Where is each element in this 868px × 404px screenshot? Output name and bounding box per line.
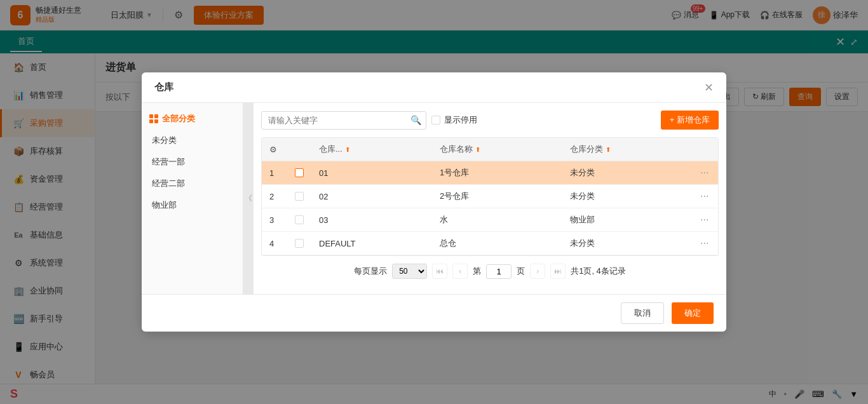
row-code: 01 xyxy=(311,161,432,185)
collapse-icon: 《 xyxy=(245,193,252,204)
first-page-button[interactable]: ⏮ xyxy=(432,264,447,279)
row-name: 水 xyxy=(432,208,562,232)
table-row[interactable]: 1 01 1号仓库 未分类 ··· xyxy=(262,161,718,185)
modal-overlay: 仓库 ✕ 全部分类 未分类 经营一部 经营二部 物业部 《 xyxy=(0,0,868,404)
table-row[interactable]: 3 03 水 物业部 ··· xyxy=(262,208,718,232)
row-checkbox[interactable] xyxy=(287,161,311,185)
page-word: 第 xyxy=(473,266,481,277)
per-page-select[interactable]: 50 100 xyxy=(392,264,427,279)
search-icon[interactable]: 🔍 xyxy=(410,115,421,125)
row-checkbox[interactable] xyxy=(287,232,311,255)
dialog-title: 仓库 xyxy=(154,81,704,93)
all-categories[interactable]: 全部分类 xyxy=(142,108,243,130)
row-name: 1号仓库 xyxy=(432,161,562,185)
dialog-main: 🔍 显示停用 + 新增仓库 ⚙ xyxy=(254,103,726,294)
sort-icon-category: ⬆ xyxy=(606,146,611,153)
next-page-button[interactable]: › xyxy=(530,264,545,279)
row-index: 4 xyxy=(262,232,287,255)
row-category: 物业部 xyxy=(562,208,693,232)
search-input-wrap: 🔍 xyxy=(261,111,426,130)
confirm-button[interactable]: 确定 xyxy=(672,302,714,324)
cat-item-unclassified[interactable]: 未分类 xyxy=(142,130,243,151)
row-index: 2 xyxy=(262,185,287,208)
row-name: 2号仓库 xyxy=(432,185,562,208)
col-code: 仓库... ⬆ xyxy=(311,138,432,161)
row-checkbox[interactable] xyxy=(287,185,311,208)
row-code: DEFAULT xyxy=(311,232,432,255)
row-index: 3 xyxy=(262,208,287,232)
category-sidebar: 全部分类 未分类 经营一部 经营二部 物业部 xyxy=(142,103,243,294)
warehouse-dialog: 仓库 ✕ 全部分类 未分类 经营一部 经营二部 物业部 《 xyxy=(142,72,726,332)
row-code: 03 xyxy=(311,208,432,232)
last-page-button[interactable]: ⏭ xyxy=(550,264,566,279)
cancel-button[interactable]: 取消 xyxy=(621,302,664,324)
col-check xyxy=(287,138,311,161)
cat-item-dept2[interactable]: 经营二部 xyxy=(142,173,243,194)
table-row[interactable]: 4 DEFAULT 总仓 未分类 ··· xyxy=(262,232,718,255)
dialog-body: 全部分类 未分类 经营一部 经营二部 物业部 《 🔍 xyxy=(142,103,726,294)
sort-icon-code: ⬆ xyxy=(345,146,350,153)
col-name-label: 仓库名称 xyxy=(440,144,473,155)
page-label: 页 xyxy=(517,266,525,277)
search-bar: 🔍 显示停用 + 新增仓库 xyxy=(261,111,719,130)
col-gear: ⚙ xyxy=(262,138,287,161)
total-label: 共1页, 4条记录 xyxy=(571,266,626,277)
row-more[interactable]: ··· xyxy=(693,185,718,208)
dialog-footer: 取消 确定 xyxy=(142,294,726,332)
pagination: 每页显示 50 100 ⏮ ‹ 第 页 › ⏭ 共1页, 4条记录 xyxy=(261,256,719,286)
cat-item-dept1[interactable]: 经营一部 xyxy=(142,151,243,173)
dialog-close-button[interactable]: ✕ xyxy=(704,82,714,93)
col-category-label: 仓库分类 xyxy=(570,144,603,155)
col-name: 仓库名称 ⬆ xyxy=(432,138,562,161)
grid-icon xyxy=(149,114,158,123)
all-categories-label: 全部分类 xyxy=(162,113,195,125)
col-category: 仓库分类 ⬆ xyxy=(562,138,693,161)
show-disabled-checkbox[interactable] xyxy=(431,116,440,125)
row-checkbox[interactable] xyxy=(287,208,311,232)
row-more[interactable]: ··· xyxy=(693,232,718,255)
warehouse-table: ⚙ 仓库... ⬆ 仓库名称 xyxy=(261,137,719,256)
table-row[interactable]: 2 02 2号仓库 未分类 ··· xyxy=(262,185,718,208)
row-code: 02 xyxy=(311,185,432,208)
table-header-row: ⚙ 仓库... ⬆ 仓库名称 xyxy=(262,138,718,161)
col-actions xyxy=(693,138,718,161)
sort-icon-name: ⬆ xyxy=(475,146,480,153)
row-index: 1 xyxy=(262,161,287,185)
dialog-header: 仓库 ✕ xyxy=(142,72,726,103)
row-more[interactable]: ··· xyxy=(693,161,718,185)
add-warehouse-button[interactable]: + 新增仓库 xyxy=(661,111,719,130)
row-category: 未分类 xyxy=(562,185,693,208)
row-category: 未分类 xyxy=(562,232,693,255)
per-page-label: 每页显示 xyxy=(354,266,387,277)
search-input[interactable] xyxy=(261,111,426,130)
col-code-label: 仓库... xyxy=(319,144,342,155)
row-more[interactable]: ··· xyxy=(693,208,718,232)
collapse-button[interactable]: 《 xyxy=(243,103,254,294)
show-disabled-text: 显示停用 xyxy=(444,114,477,126)
show-disabled-label[interactable]: 显示停用 xyxy=(431,114,477,126)
row-name: 总仓 xyxy=(432,232,562,255)
cat-item-property[interactable]: 物业部 xyxy=(142,194,243,216)
page-input[interactable] xyxy=(486,264,512,279)
prev-page-button[interactable]: ‹ xyxy=(452,264,468,279)
row-category: 未分类 xyxy=(562,161,693,185)
